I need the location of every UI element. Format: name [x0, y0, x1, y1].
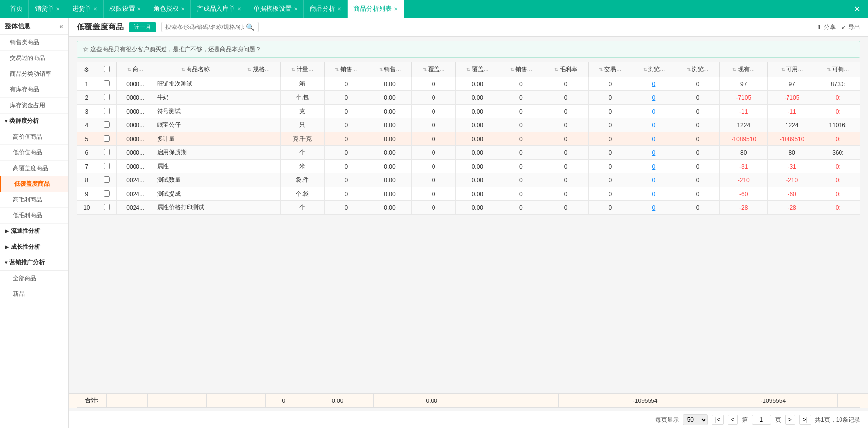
column-coverage2[interactable]: 覆盖...: [456, 62, 499, 77]
row-select-checkbox[interactable]: [104, 108, 110, 114]
row-checkbox[interactable]: [97, 91, 116, 105]
row-browse1[interactable]: 0: [632, 77, 676, 91]
sidebar-item-low-profit[interactable]: 低毛利商品: [0, 208, 68, 224]
column-settings[interactable]: ⚙: [77, 62, 97, 77]
row-browse1[interactable]: 0: [632, 118, 676, 132]
select-all-checkbox[interactable]: [104, 66, 110, 72]
sidebar-item-high-coverage[interactable]: 高覆盖度商品: [0, 161, 68, 176]
row-select-checkbox[interactable]: [104, 121, 110, 128]
row-select-checkbox[interactable]: [104, 190, 110, 197]
row-available: -1089510: [768, 132, 816, 146]
close-icon[interactable]: ✕: [237, 6, 241, 12]
nav-tab-product-storage[interactable]: 产成品入库单 ✕: [191, 0, 247, 18]
close-icon[interactable]: ✕: [337, 6, 341, 12]
row-browse1[interactable]: 0: [632, 146, 676, 160]
row-checkbox[interactable]: [97, 132, 116, 146]
row-sales-amt: 0.00: [368, 201, 411, 215]
search-input[interactable]: [165, 24, 244, 30]
row-cov1: 0: [412, 173, 456, 187]
row-checkbox[interactable]: [97, 187, 116, 201]
column-browse2[interactable]: 浏览...: [676, 62, 720, 77]
sidebar-item-traded-goods[interactable]: 交易过的商品: [0, 51, 68, 66]
row-browse1[interactable]: 0: [632, 173, 676, 187]
row-checkbox[interactable]: [97, 201, 116, 215]
column-name[interactable]: 商品名称: [154, 62, 237, 77]
row-checkbox[interactable]: [97, 118, 116, 132]
sidebar-item-stock-capital[interactable]: 库存资金占用: [0, 98, 68, 114]
column-sales-amt[interactable]: 销售...: [368, 62, 411, 77]
sidebar-collapse-button[interactable]: «: [59, 22, 63, 30]
gear-icon[interactable]: ⚙: [84, 66, 89, 73]
nav-tab-analysis-list[interactable]: 商品分析列表 ✕: [348, 0, 404, 18]
per-page-select[interactable]: 20 50 100 200: [683, 414, 708, 425]
column-unit[interactable]: 计量...: [280, 62, 324, 77]
column-sales-days[interactable]: 销售...: [499, 62, 543, 77]
row-browse1[interactable]: 0: [632, 201, 676, 215]
row-checkbox[interactable]: [97, 160, 116, 173]
row-select-checkbox[interactable]: [104, 149, 110, 155]
close-icon[interactable]: ✕: [137, 6, 141, 12]
column-sales-qty[interactable]: 销售...: [324, 62, 368, 77]
sidebar-item-new-goods[interactable]: 新品: [0, 286, 68, 302]
nav-tab-home[interactable]: 首页: [4, 0, 29, 18]
close-icon[interactable]: ✕: [56, 6, 60, 12]
row-select-checkbox[interactable]: [104, 80, 110, 86]
next-page-button[interactable]: >: [785, 415, 795, 425]
column-code[interactable]: 商...: [116, 62, 154, 77]
row-checkbox[interactable]: [97, 173, 116, 187]
export-button[interactable]: ↙ 导出: [841, 23, 860, 31]
row-browse1[interactable]: 0: [632, 160, 676, 173]
nav-tab-analysis[interactable]: 商品分析 ✕: [304, 0, 348, 18]
sidebar-item-low-value[interactable]: 低价值商品: [0, 145, 68, 161]
row-trade: 0: [588, 132, 632, 146]
row-select-checkbox[interactable]: [104, 204, 110, 210]
sidebar-item-low-coverage[interactable]: 低覆盖度商品: [0, 176, 68, 192]
sidebar-group-marketing[interactable]: ▾ 营销推广分析: [0, 255, 68, 271]
last-page-button[interactable]: >|: [799, 415, 811, 425]
row-browse1[interactable]: 0: [632, 187, 676, 201]
close-icon[interactable]: ✕: [93, 6, 97, 12]
row-browse1[interactable]: 0: [632, 91, 676, 105]
column-current[interactable]: 现有...: [720, 62, 768, 77]
sidebar-item-sales-goods[interactable]: 销售类商品: [0, 35, 68, 51]
close-all-button[interactable]: ✕: [850, 4, 864, 14]
nav-tab-role[interactable]: 角色授权 ✕: [147, 0, 191, 18]
column-trade[interactable]: 交易...: [588, 62, 632, 77]
row-checkbox[interactable]: [97, 77, 116, 91]
row-checkbox[interactable]: [97, 105, 116, 118]
row-browse1[interactable]: 0: [632, 105, 676, 118]
prev-page-button[interactable]: <: [728, 415, 738, 425]
sidebar-item-high-value[interactable]: 高价值商品: [0, 129, 68, 145]
share-button[interactable]: ⬆ 分享: [817, 23, 836, 31]
first-page-button[interactable]: |<: [712, 415, 724, 425]
row-select-checkbox[interactable]: [104, 94, 110, 100]
nav-tab-sales[interactable]: 销货单 ✕: [29, 0, 66, 18]
row-checkbox[interactable]: [97, 146, 116, 160]
sidebar-item-stock-goods[interactable]: 有库存商品: [0, 82, 68, 98]
column-sellable[interactable]: 可销...: [816, 62, 860, 77]
sidebar-group-growth[interactable]: ▶ 成长性分析: [0, 239, 68, 255]
period-button[interactable]: 近一月: [129, 22, 156, 32]
search-icon[interactable]: 🔍: [246, 23, 254, 31]
page-input[interactable]: [752, 415, 771, 425]
column-available[interactable]: 可用...: [768, 62, 816, 77]
column-coverage1[interactable]: 覆盖...: [412, 62, 456, 77]
sidebar-item-category-rate[interactable]: 商品分类动销率: [0, 66, 68, 82]
row-select-checkbox[interactable]: [104, 163, 110, 169]
column-gross-rate[interactable]: 毛利率: [543, 62, 588, 77]
sidebar-group-flow[interactable]: ▶ 流通性分析: [0, 224, 68, 239]
nav-tab-template[interactable]: 单据模板设置 ✕: [247, 0, 304, 18]
row-browse1[interactable]: 0: [632, 132, 676, 146]
sidebar-item-high-profit[interactable]: 高毛利商品: [0, 192, 68, 208]
close-icon[interactable]: ✕: [394, 6, 398, 12]
nav-tab-purchase[interactable]: 进货单 ✕: [66, 0, 104, 18]
column-browse1[interactable]: 浏览...: [632, 62, 676, 77]
sidebar-group-cluster[interactable]: ▾ 类群度分析: [0, 114, 68, 129]
close-icon[interactable]: ✕: [181, 6, 185, 12]
close-icon[interactable]: ✕: [294, 6, 298, 12]
row-select-checkbox[interactable]: [104, 176, 110, 183]
nav-tab-permission[interactable]: 权限设置 ✕: [104, 0, 147, 18]
sidebar-item-all-goods[interactable]: 全部商品: [0, 271, 68, 286]
column-spec[interactable]: 规格...: [237, 62, 280, 77]
row-select-checkbox[interactable]: [104, 135, 110, 142]
